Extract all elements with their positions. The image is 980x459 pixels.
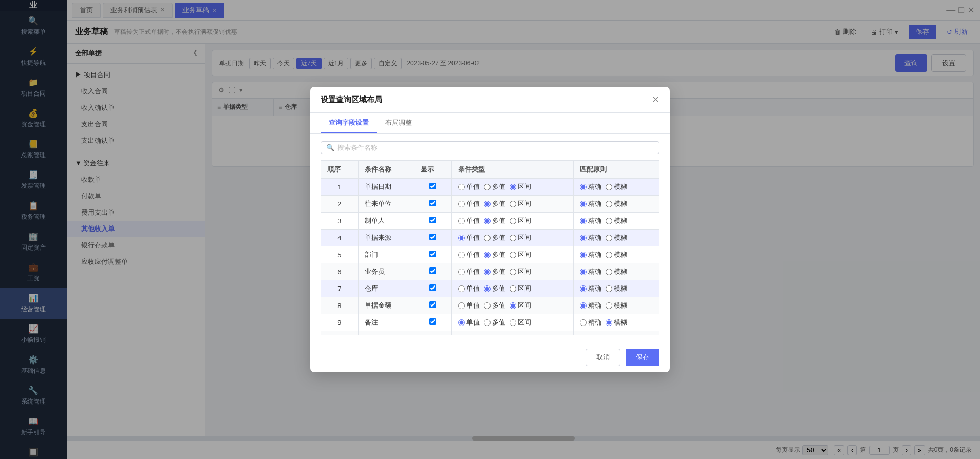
show-checkbox-4[interactable] — [429, 234, 436, 240]
match-radio-2-精确[interactable] — [580, 201, 587, 207]
condition-radio-9-多值[interactable] — [484, 319, 491, 326]
condition-区间-3[interactable]: 区间 — [510, 216, 531, 225]
match-radio-4-模糊[interactable] — [606, 235, 612, 241]
match-radio-6-精确[interactable] — [580, 269, 587, 275]
match-radio-4-精确[interactable] — [580, 235, 587, 241]
match-模糊-4[interactable]: 模糊 — [606, 233, 627, 242]
condition-radio-7-单值[interactable] — [458, 285, 465, 292]
match-radio-8-模糊[interactable] — [606, 302, 612, 309]
match-radio-3-精确[interactable] — [580, 218, 587, 224]
match-精确-7[interactable]: 精确 — [580, 284, 601, 293]
match-模糊-1[interactable]: 模糊 — [606, 182, 627, 192]
condition-radio-1-单值[interactable] — [458, 184, 465, 190]
match-模糊-9[interactable]: 模糊 — [606, 318, 627, 327]
condition-单值-9[interactable]: 单值 — [458, 318, 480, 327]
condition-多值-4[interactable]: 多值 — [484, 233, 505, 242]
condition-单值-4[interactable]: 单值 — [458, 233, 480, 242]
condition-区间-5[interactable]: 区间 — [510, 250, 531, 259]
match-radio-5-模糊[interactable] — [606, 252, 612, 258]
condition-radio-1-多值[interactable] — [484, 184, 491, 190]
match-精确-2[interactable]: 精确 — [580, 199, 601, 208]
condition-区间-8[interactable]: 区间 — [510, 301, 531, 310]
condition-radio-3-单值[interactable] — [458, 218, 465, 224]
match-精确-3[interactable]: 精确 — [580, 216, 601, 225]
match-radio-7-模糊[interactable] — [606, 285, 612, 292]
show-checkbox-6[interactable] — [429, 267, 436, 274]
condition-单值-3[interactable]: 单值 — [458, 216, 480, 225]
condition-单值-5[interactable]: 单值 — [458, 250, 480, 259]
modal-close-button[interactable]: ✕ — [652, 94, 659, 105]
match-模糊-6[interactable]: 模糊 — [606, 267, 627, 276]
match-radio-2-模糊[interactable] — [606, 201, 612, 207]
condition-区间-7[interactable]: 区间 — [510, 284, 531, 293]
show-checkbox-8[interactable] — [429, 301, 436, 308]
match-精确-6[interactable]: 精确 — [580, 267, 601, 276]
show-checkbox-1[interactable] — [429, 183, 436, 189]
condition-radio-8-区间[interactable] — [510, 302, 516, 309]
match-radio-7-精确[interactable] — [580, 285, 587, 292]
condition-radio-3-区间[interactable] — [510, 218, 516, 224]
show-checkbox-9[interactable] — [429, 318, 436, 325]
condition-单值-2[interactable]: 单值 — [458, 199, 480, 208]
condition-区间-9[interactable]: 区间 — [510, 318, 531, 327]
show-checkbox-3[interactable] — [429, 217, 436, 223]
condition-radio-4-区间[interactable] — [510, 235, 516, 241]
condition-多值-9[interactable]: 多值 — [484, 318, 505, 327]
condition-单值-6[interactable]: 单值 — [458, 267, 480, 276]
match-radio-9-精确[interactable] — [580, 319, 587, 326]
condition-radio-7-区间[interactable] — [510, 285, 516, 292]
condition-radio-5-区间[interactable] — [510, 252, 516, 258]
condition-多值-7[interactable]: 多值 — [484, 284, 505, 293]
condition-区间-1[interactable]: 区间 — [510, 182, 531, 192]
match-精确-8[interactable]: 精确 — [580, 301, 601, 310]
condition-radio-9-区间[interactable] — [510, 319, 516, 326]
modal-cancel-button[interactable]: 取消 — [586, 349, 620, 366]
match-radio-6-模糊[interactable] — [606, 269, 612, 275]
condition-radio-5-多值[interactable] — [484, 252, 491, 258]
match-模糊-7[interactable]: 模糊 — [606, 284, 627, 293]
match-radio-1-模糊[interactable] — [606, 184, 612, 190]
match-精确-1[interactable]: 精确 — [580, 182, 601, 192]
condition-单值-7[interactable]: 单值 — [458, 284, 480, 293]
condition-多值-5[interactable]: 多值 — [484, 250, 505, 259]
condition-radio-8-多值[interactable] — [484, 302, 491, 309]
match-模糊-8[interactable]: 模糊 — [606, 301, 627, 310]
condition-区间-2[interactable]: 区间 — [510, 199, 531, 208]
condition-多值-1[interactable]: 多值 — [484, 182, 505, 192]
show-checkbox-5[interactable] — [429, 251, 436, 257]
condition-radio-2-单值[interactable] — [458, 201, 465, 207]
match-radio-1-精确[interactable] — [580, 184, 587, 190]
match-精确-9[interactable]: 精确 — [580, 318, 601, 327]
match-radio-8-精确[interactable] — [580, 302, 587, 309]
condition-radio-5-单值[interactable] — [458, 252, 465, 258]
show-checkbox-2[interactable] — [429, 200, 436, 206]
modal-save-button[interactable]: 保存 — [626, 349, 659, 366]
condition-单值-1[interactable]: 单值 — [458, 182, 480, 192]
modal-tab-query-fields[interactable]: 查询字段设置 — [321, 113, 377, 133]
condition-radio-6-多值[interactable] — [484, 269, 491, 275]
match-radio-5-精确[interactable] — [580, 252, 587, 258]
condition-radio-2-多值[interactable] — [484, 201, 491, 207]
match-radio-3-模糊[interactable] — [606, 218, 612, 224]
condition-radio-6-区间[interactable] — [510, 269, 516, 275]
condition-单值-8[interactable]: 单值 — [458, 301, 480, 310]
modal-tab-layout[interactable]: 布局调整 — [377, 113, 420, 133]
match-模糊-5[interactable]: 模糊 — [606, 250, 627, 259]
condition-radio-2-区间[interactable] — [510, 201, 516, 207]
condition-radio-3-多值[interactable] — [484, 218, 491, 224]
condition-多值-3[interactable]: 多值 — [484, 216, 505, 225]
match-模糊-3[interactable]: 模糊 — [606, 216, 627, 225]
condition-区间-4[interactable]: 区间 — [510, 233, 531, 242]
condition-radio-7-多值[interactable] — [484, 285, 491, 292]
condition-多值-6[interactable]: 多值 — [484, 267, 505, 276]
show-checkbox-7[interactable] — [429, 284, 436, 291]
match-精确-4[interactable]: 精确 — [580, 233, 601, 242]
match-radio-9-模糊[interactable] — [606, 319, 612, 326]
condition-radio-6-单值[interactable] — [458, 269, 465, 275]
condition-radio-9-单值[interactable] — [458, 319, 465, 326]
condition-radio-8-单值[interactable] — [458, 302, 465, 309]
match-精确-5[interactable]: 精确 — [580, 250, 601, 259]
condition-radio-4-多值[interactable] — [484, 235, 491, 241]
condition-radio-4-单值[interactable] — [458, 235, 465, 241]
condition-radio-1-区间[interactable] — [510, 184, 516, 190]
